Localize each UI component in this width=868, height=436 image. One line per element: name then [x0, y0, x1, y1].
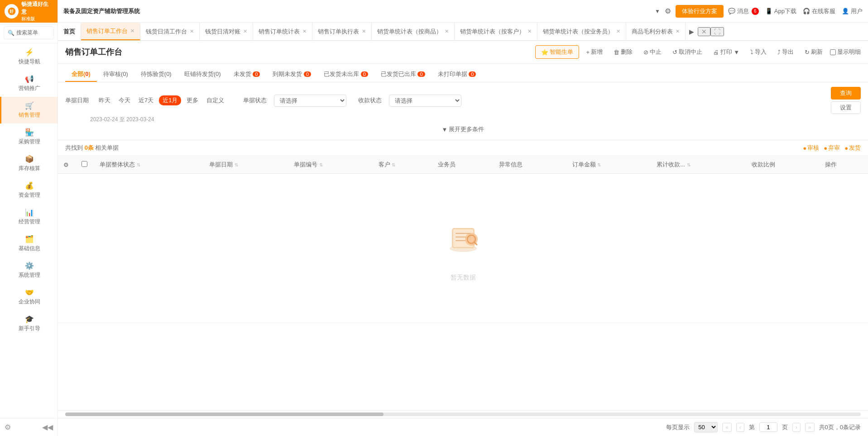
today-button[interactable]: 今天 — [116, 95, 133, 105]
select-all-checkbox[interactable] — [82, 161, 87, 167]
system-dropdown-button[interactable]: ▼ — [655, 8, 660, 14]
tab-sales-summary-staff[interactable]: 销货单统计表（按业务员） ✕ — [537, 23, 626, 40]
tab-home[interactable]: 首页 — [58, 23, 81, 40]
sidebar-item-marketing[interactable]: 📢 营销推广 — [0, 70, 58, 97]
sidebar-item-sales[interactable]: 🛒 销售管理 — [0, 97, 58, 123]
print-button[interactable]: 🖨 打印 ▼ — [710, 46, 743, 58]
sidebar-item-enterprise[interactable]: 🤝 企业协同 — [0, 284, 58, 310]
col-collected-sort[interactable]: ⇅ — [687, 162, 691, 167]
tab-close-all-button[interactable]: ✕ — [698, 27, 710, 36]
sidebar-item-inventory[interactable]: 📦 库存核算 — [0, 150, 58, 177]
table-container: ⚙ 单据整体状态 ⇅ 单据日期 ⇅ — [58, 156, 868, 410]
col-number-sort[interactable]: ⇅ — [319, 162, 323, 167]
sidebar-item-basic[interactable]: 🗂️ 基础信息 — [0, 230, 58, 257]
per-page-select[interactable]: 50 10 20 100 — [694, 422, 718, 432]
status-select[interactable]: 请选择 — [274, 95, 346, 107]
sidebar-item-purchase[interactable]: 🏪 采购管理 — [0, 123, 58, 150]
last1month-button[interactable]: 近1月 — [159, 95, 181, 105]
tab-product-margin[interactable]: 商品毛利分析表 ✕ — [626, 23, 686, 40]
sidebar-item-operation[interactable]: 📊 经营管理 — [0, 204, 58, 230]
custom-date-button[interactable]: 自定义 — [204, 95, 227, 105]
sidebar-item-system[interactable]: ⚙️ 系统管理 — [0, 257, 58, 284]
sub-tab-shipped-out-label: 已发货已出库 0 — [381, 71, 425, 77]
col-number-label: 单据编号 — [294, 161, 317, 168]
last7-button[interactable]: 近7天 — [136, 95, 156, 105]
sub-tab-shipped-not-out[interactable]: 已发货未出库 0 — [317, 67, 374, 82]
sidebar-item-finance[interactable]: 💰 资金管理 — [0, 177, 58, 204]
tab-expand-button[interactable]: ⛶ — [710, 27, 724, 36]
system-settings-button[interactable]: ⚙ — [665, 7, 671, 15]
review-button[interactable]: ● 审核 — [803, 144, 819, 152]
scrollbar-thumb[interactable] — [65, 412, 384, 416]
sidebar-item-label-newbie: 新手引导 — [19, 325, 40, 332]
collapse-sidebar-button[interactable]: ◀◀ — [42, 423, 53, 431]
more-date-button[interactable]: 更多 — [184, 95, 201, 105]
experience-button[interactable]: 体验行业方案 — [676, 5, 724, 18]
show-detail-toggle[interactable]: 显示明细 — [830, 48, 861, 56]
settings-col-icon[interactable]: ⚙ — [63, 161, 69, 168]
tab-close-sales-summary-product[interactable]: ✕ — [445, 28, 449, 34]
tab-close-sales-exec[interactable]: ✕ — [362, 28, 366, 34]
cancel-review-button[interactable]: ● 弃审 — [824, 144, 840, 152]
tab-close-product-margin[interactable]: ✕ — [676, 28, 680, 34]
settings-button[interactable]: 设置 — [831, 101, 861, 114]
sub-tab-not-printed[interactable]: 未打印单据 0 — [432, 67, 483, 82]
user-button[interactable]: 👤 用户 — [842, 7, 863, 15]
tab-close-sales-summary-staff[interactable]: ✕ — [616, 28, 620, 34]
export-button[interactable]: ⤴ 导出 — [774, 46, 797, 58]
tab-close-sales-stats[interactable]: ✕ — [302, 28, 307, 34]
page-number-input[interactable] — [759, 422, 777, 432]
online-service-button[interactable]: 🎧 在线客服 — [803, 7, 835, 15]
tab-sales-summary-product[interactable]: 销货单统计表（按商品） ✕ — [372, 23, 455, 40]
col-amount-sort[interactable]: ⇅ — [597, 162, 601, 167]
new-button[interactable]: + 新增 — [583, 46, 607, 58]
page-suffix: 页 — [782, 423, 788, 431]
next-page-button[interactable]: › — [792, 423, 801, 432]
sidebar-item-quicknav[interactable]: ⚡ 快捷导航 — [0, 43, 58, 70]
sub-tab-pending-check[interactable]: 待拣验货(0) — [134, 67, 178, 82]
tab-sales-stats[interactable]: 销售订单统计表 ✕ — [253, 23, 312, 40]
app-download-button[interactable]: 📱 App下载 — [765, 7, 796, 15]
scrollbar-track[interactable] — [65, 412, 861, 416]
sub-tab-shipped-out[interactable]: 已发货已出库 0 — [374, 67, 432, 82]
sidebar-item-newbie[interactable]: 🎓 新手引导 — [0, 310, 58, 337]
tab-close-cash-reconcile[interactable]: ✕ — [243, 28, 247, 34]
tab-close-sales-workbench[interactable]: ✕ — [130, 28, 134, 34]
refresh-icon: ↻ — [805, 49, 810, 56]
refresh-button[interactable]: ↻ 刷新 — [801, 46, 826, 58]
sub-tab-pending-review[interactable]: 待审核(0) — [97, 67, 134, 82]
tab-sales-workbench[interactable]: 销售订单工作台 ✕ — [81, 23, 140, 40]
stop-button[interactable]: ⊘ 中止 — [640, 46, 665, 58]
first-page-button[interactable]: « — [722, 423, 732, 432]
col-status-sort[interactable]: ⇅ — [137, 162, 140, 167]
delete-button[interactable]: 🗑 删除 — [610, 46, 636, 58]
col-staff-label: 业务员 — [438, 161, 456, 168]
last-page-button[interactable]: » — [805, 423, 815, 432]
expand-more-button[interactable]: ▼ 展开更多条件 — [442, 125, 484, 133]
tab-cash-daily[interactable]: 钱货日清工作台 ✕ — [140, 23, 200, 40]
col-date-sort[interactable]: ⇅ — [235, 162, 238, 167]
col-customer-sort[interactable]: ⇅ — [392, 162, 395, 167]
sub-tab-expired-not-shipped[interactable]: 到期未发货 0 — [266, 67, 317, 82]
prev-page-button[interactable]: ‹ — [736, 423, 744, 432]
ship-action-button[interactable]: ● 发货 — [844, 144, 861, 152]
tab-close-sales-summary-customer[interactable]: ✕ — [528, 28, 532, 34]
smart-create-button[interactable]: ⭐ 智能生单 — [535, 45, 579, 59]
settings-bottom-button[interactable]: ⚙ — [5, 423, 11, 431]
tab-more-button[interactable]: ▶ — [686, 23, 698, 40]
tab-close-cash-daily[interactable]: ✕ — [190, 28, 194, 34]
sub-tab-all[interactable]: 全部(0) — [65, 67, 97, 82]
tab-sales-exec[interactable]: 销售订单执行表 ✕ — [312, 23, 372, 40]
sub-tab-not-shipped[interactable]: 未发货 0 — [227, 67, 267, 82]
cancel-stop-button[interactable]: ↺ 取消中止 — [669, 46, 706, 58]
sub-tab-wangpu[interactable]: 旺铺待发货(0) — [178, 67, 227, 82]
import-button[interactable]: ⤵ 导入 — [747, 46, 770, 58]
search-menu-button[interactable]: 🔍 搜索菜单 — [4, 26, 54, 39]
payment-select[interactable]: 请选择 — [389, 95, 461, 107]
tab-sales-summary-customer[interactable]: 销货单统计表（按客户） ✕ — [455, 23, 537, 40]
query-button[interactable]: 查询 — [831, 87, 861, 100]
yesterday-button[interactable]: 昨天 — [96, 95, 113, 105]
tab-cash-reconcile[interactable]: 钱货日清对账 ✕ — [200, 23, 253, 40]
message-button[interactable]: 💬 消息 6 — [728, 7, 759, 15]
show-detail-checkbox[interactable] — [830, 49, 836, 55]
